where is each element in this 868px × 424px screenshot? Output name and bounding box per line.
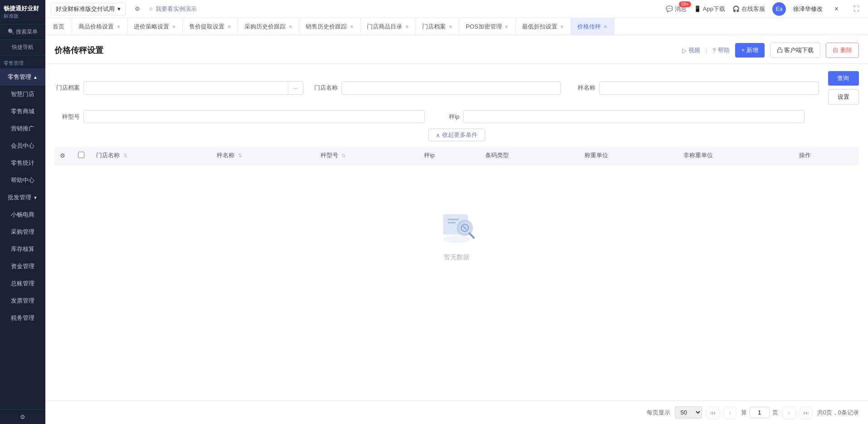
sidebar-item-finance[interactable]: 资金管理 — [0, 258, 45, 275]
video-link[interactable]: ▷ 视频 — [682, 46, 700, 54]
sidebar-item-retail[interactable]: 零售管理 ▲ — [0, 68, 45, 86]
video-label: 视频 — [688, 46, 700, 54]
tab-close-icon[interactable]: × — [505, 23, 509, 30]
xiaochang-label: 小畅电商 — [11, 211, 34, 218]
online-service-btn[interactable]: 🎧 在线客服 — [732, 5, 765, 13]
help-link[interactable]: ? 帮助 — [712, 46, 729, 54]
demo-link[interactable]: ○ 我要看实例演示 — [149, 5, 197, 13]
download-button[interactable]: 凸 客户端下载 — [770, 43, 821, 58]
sidebar-item-smart-store[interactable]: 智慧门店 — [0, 86, 45, 103]
sidebar-item-wholesale[interactable]: 批发管理 ▼ — [0, 189, 45, 206]
store-name-input[interactable] — [341, 82, 561, 95]
sidebar-item-invoice[interactable]: 发票管理 — [0, 292, 45, 309]
download-btn-label: 凸 客户端下载 — [777, 46, 814, 54]
sidebar-search[interactable]: 🔍 搜索菜单 — [0, 24, 45, 40]
tab-store-file[interactable]: 门店档案 × — [416, 18, 459, 35]
tab-min-discount[interactable]: 最低折扣设置 × — [516, 18, 571, 35]
tab-sale-history[interactable]: 销售历史价跟踪 × — [299, 18, 361, 35]
scale-model-input[interactable] — [83, 110, 425, 123]
tab-pos-management[interactable]: POS加密管理 × — [459, 18, 515, 35]
tab-price-scale[interactable]: 价格传秤 × — [571, 18, 614, 35]
user-name-label[interactable]: 徐泽华修改 — [793, 5, 823, 13]
window-max-btn[interactable]: ⛶ — [850, 3, 863, 15]
online-service-label: 在线客服 — [741, 5, 765, 13]
sidebar-item-retail-mall[interactable]: 零售商城 — [0, 103, 45, 120]
th-scale-ip: 秤ip — [419, 147, 480, 164]
tabbar: 首页 商品价格设置 × 进价策略设置 × 售价提取设置 × 采购历史价跟踪 × … — [45, 18, 868, 35]
user-avatar[interactable]: Ea — [772, 2, 786, 16]
sidebar-item-retail-stats[interactable]: 零售统计 — [0, 154, 45, 172]
store-file-input[interactable] — [84, 82, 288, 94]
app-download-btn[interactable]: 📱 App下载 — [694, 5, 725, 13]
collapse-btn[interactable]: ∧ 收起更多条件 — [428, 129, 485, 141]
sidebar-item-member[interactable]: 会员中心 — [0, 137, 45, 154]
th-non-weight-unit: 非称重单位 — [678, 147, 794, 164]
per-page-select[interactable]: 20 50 100 200 — [675, 406, 702, 419]
tab-min-discount-label: 最低折扣设置 — [522, 23, 557, 31]
page-title: 价格传秤设置 — [54, 45, 103, 56]
store-file-input-wrapper: ··· — [83, 81, 303, 95]
th-scale-name[interactable]: 秤名称 ⇅ — [211, 147, 315, 164]
next-page-btn[interactable]: › — [783, 406, 795, 419]
tab-home[interactable]: 首页 — [45, 18, 72, 35]
th-store-name[interactable]: 门店名称 ⇅ — [91, 147, 211, 164]
scale-name-input[interactable] — [599, 82, 819, 95]
tab-close-icon[interactable]: × — [172, 23, 176, 30]
sidebar-item-xiaochang[interactable]: 小畅电商 — [0, 206, 45, 223]
page-header: 价格传秤设置 ▷ 视频 | ? 帮助 + 新增 凸 客户端下载 自 — [45, 35, 868, 64]
pagination-page: 算 页 — [741, 407, 778, 418]
last-page-btn[interactable]: ⏭ — [800, 406, 813, 419]
tab-sale-price-label: 售价提取设置 — [189, 23, 224, 31]
tab-store-catalog[interactable]: 门店商品目录 × — [361, 18, 416, 35]
sidebar-item-inventory[interactable]: 库存核算 — [0, 241, 45, 258]
scale-model-label: 秤型号 — [54, 113, 80, 121]
tab-close-icon[interactable]: × — [560, 23, 564, 30]
tab-close-icon[interactable]: × — [350, 23, 354, 30]
quick-nav-label: 快捷导航 — [12, 44, 34, 50]
select-all-checkbox[interactable] — [78, 152, 84, 158]
query-button[interactable]: 查询 — [828, 71, 859, 86]
tab-close-icon[interactable]: × — [405, 23, 409, 30]
settings-icon[interactable]: ⚙ — [60, 152, 65, 159]
tab-sale-price[interactable]: 售价提取设置 × — [183, 18, 238, 35]
table-head: ⚙ 门店名称 ⇅ 秤名称 ⇅ — [54, 147, 859, 164]
tab-close-icon[interactable]: × — [117, 23, 121, 30]
tab-purchase-history[interactable]: 采购历史价跟踪 × — [238, 18, 299, 35]
sidebar-item-tax[interactable]: 税务管理 — [0, 309, 45, 327]
query-btn-label: 查询 — [837, 74, 849, 82]
tab-commodity-price[interactable]: 商品价格设置 × — [72, 18, 127, 35]
sidebar-item-marketing[interactable]: 营销推广 — [0, 120, 45, 137]
tab-price-scale-label: 价格传秤 — [577, 23, 601, 31]
sidebar-item-help[interactable]: 帮助中心 — [0, 172, 45, 189]
settings-icon: ⚙ — [20, 414, 25, 420]
delete-btn-label: 自 删除 — [833, 46, 852, 54]
tab-close-icon[interactable]: × — [604, 23, 608, 30]
page-input[interactable] — [750, 407, 770, 418]
delete-button[interactable]: 自 删除 — [826, 43, 859, 58]
tab-close-icon[interactable]: × — [288, 23, 293, 30]
add-button[interactable]: + 新增 — [735, 43, 765, 58]
version-selector[interactable]: 好业财标准版交付试用 ▾ — [51, 3, 126, 15]
message-btn[interactable]: 💬 消息 99+ — [666, 5, 687, 13]
tab-close-icon[interactable]: × — [227, 23, 231, 30]
marketing-label: 营销推广 — [11, 125, 34, 132]
tab-close-icon[interactable]: × — [449, 23, 453, 30]
prev-page-btn[interactable]: ‹ — [724, 406, 736, 419]
svg-line-5 — [469, 233, 474, 238]
tab-purchase-strategy[interactable]: 进价策略设置 × — [127, 18, 183, 35]
question-icon: ? — [712, 47, 716, 54]
first-page-btn[interactable]: ⏮ — [707, 406, 719, 419]
tax-label: 税务管理 — [11, 314, 34, 321]
empty-icon — [434, 201, 479, 246]
store-file-ellipsis-btn[interactable]: ··· — [288, 82, 303, 94]
topbar-settings-btn[interactable]: ⚙ — [131, 3, 144, 15]
sidebar-quick-nav[interactable]: 快捷导航 — [0, 40, 45, 55]
general-ledger-label: 总账管理 — [11, 280, 34, 287]
sidebar-item-purchase[interactable]: 采购管理 — [0, 223, 45, 241]
sidebar-item-general-ledger[interactable]: 总账管理 — [0, 275, 45, 292]
settings-search-button[interactable]: 设置 — [828, 89, 859, 105]
window-close-btn[interactable]: ✕ — [830, 3, 843, 15]
sidebar-settings[interactable]: ⚙ — [0, 410, 45, 424]
scale-ip-input[interactable] — [463, 110, 805, 123]
th-scale-model[interactable]: 秤型号 ⇅ — [315, 147, 419, 164]
